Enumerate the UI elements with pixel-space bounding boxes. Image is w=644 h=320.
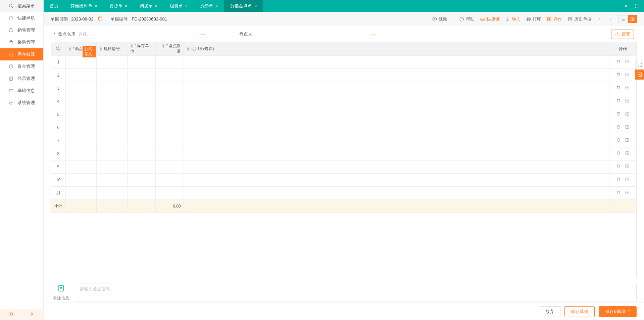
- calendar-icon[interactable]: [98, 16, 103, 22]
- history-action[interactable]: 历史单据: [567, 16, 592, 22]
- cell-avail[interactable]: [184, 160, 609, 173]
- delete-row-icon[interactable]: [616, 150, 621, 157]
- cell-avail[interactable]: [184, 134, 609, 147]
- cell-unit[interactable]: [127, 55, 155, 68]
- sidebar-item-search-menu[interactable]: 搜索菜单: [0, 0, 43, 12]
- cell-avail[interactable]: [184, 186, 609, 199]
- sidebar-item-purchase[interactable]: 采购管理: [0, 36, 43, 48]
- cell-goods[interactable]: [65, 121, 96, 134]
- cell-qty[interactable]: [155, 95, 184, 108]
- sidebar-item-base-info[interactable]: 基础信息: [0, 85, 43, 97]
- person-input[interactable]: [255, 32, 376, 37]
- tab-0[interactable]: 首页: [44, 0, 64, 12]
- cell-qty[interactable]: [155, 82, 184, 95]
- cell-avail[interactable]: [184, 173, 609, 186]
- cell-avail[interactable]: [184, 121, 609, 134]
- tab-5[interactable]: 拆卸单✕: [194, 0, 224, 12]
- table-row[interactable]: 3: [51, 82, 636, 95]
- sidebar-item-inventory[interactable]: 库存核算: [0, 48, 43, 60]
- cell-avail[interactable]: [184, 95, 609, 108]
- cell-goods[interactable]: [65, 147, 96, 160]
- col-header-goods[interactable]: ▲▼*商品扫码录入: [65, 42, 96, 55]
- cell-spec[interactable]: [96, 173, 127, 186]
- cell-avail[interactable]: [184, 108, 609, 121]
- table-row[interactable]: 9: [51, 160, 636, 173]
- delete-row-icon[interactable]: [616, 177, 621, 183]
- close-all-icon[interactable]: [623, 3, 629, 9]
- cell-avail[interactable]: [184, 68, 609, 82]
- warehouse-input[interactable]: [78, 32, 206, 37]
- add-row-icon[interactable]: [625, 177, 630, 183]
- cell-unit[interactable]: [127, 95, 155, 108]
- close-icon[interactable]: ✕: [94, 4, 97, 8]
- sidebar-item-sales[interactable]: 销售管理: [0, 24, 43, 36]
- notes-input[interactable]: [76, 283, 637, 302]
- import-action[interactable]: 导入: [505, 16, 521, 22]
- add-row-icon[interactable]: [625, 98, 630, 104]
- table-row[interactable]: 7: [51, 134, 636, 147]
- cell-spec[interactable]: [96, 186, 127, 199]
- help-action[interactable]: 帮助: [459, 16, 475, 22]
- cell-spec[interactable]: [96, 55, 127, 68]
- sidebar-item-quick-nav[interactable]: 快捷导航: [0, 12, 43, 24]
- table-row[interactable]: 5: [51, 108, 636, 121]
- column-settings-button[interactable]: 设置: [611, 30, 634, 39]
- cell-spec[interactable]: [96, 82, 127, 95]
- col-header-gear[interactable]: [51, 42, 65, 55]
- col-header-unit[interactable]: ▲▼*库存单位: [127, 42, 155, 55]
- col-header-avail[interactable]: ▲▼可用量(包装): [184, 42, 609, 55]
- warehouse-more-icon[interactable]: ···: [201, 32, 206, 37]
- delete-row-icon[interactable]: [616, 98, 621, 104]
- table-row[interactable]: 6: [51, 121, 636, 134]
- cell-qty[interactable]: [155, 55, 184, 68]
- cell-spec[interactable]: [96, 160, 127, 173]
- sidebar-item-operation[interactable]: 经营管理: [0, 73, 43, 85]
- cell-unit[interactable]: [127, 160, 155, 173]
- add-row-icon[interactable]: [625, 150, 630, 157]
- table-row[interactable]: 2: [51, 68, 636, 82]
- add-row-icon[interactable]: [625, 124, 630, 131]
- cell-goods[interactable]: [65, 68, 96, 82]
- close-icon[interactable]: ✕: [125, 4, 128, 8]
- cell-spec[interactable]: [96, 121, 127, 134]
- cell-avail[interactable]: [184, 55, 609, 68]
- view-list-icon[interactable]: [618, 15, 628, 23]
- tab-4[interactable]: 组装单✕: [164, 0, 194, 12]
- add-row-icon[interactable]: [625, 137, 630, 144]
- close-icon[interactable]: ✕: [215, 4, 218, 8]
- operate-action[interactable]: 操作: [547, 16, 562, 22]
- cell-spec[interactable]: [96, 95, 127, 108]
- cell-unit[interactable]: [127, 147, 155, 160]
- cell-spec[interactable]: [96, 68, 127, 82]
- collapse-icon[interactable]: [30, 311, 35, 318]
- table-row[interactable]: 8: [51, 147, 636, 160]
- delete-row-icon[interactable]: [616, 190, 621, 196]
- tab-2[interactable]: 要货单✕: [103, 0, 134, 12]
- fullscreen-icon[interactable]: [634, 3, 641, 9]
- cell-spec[interactable]: [96, 147, 127, 160]
- cell-goods[interactable]: [65, 134, 96, 147]
- delete-row-icon[interactable]: [616, 137, 621, 144]
- close-icon[interactable]: ✕: [254, 4, 257, 8]
- add-row-icon[interactable]: [625, 85, 630, 91]
- cell-qty[interactable]: [155, 186, 184, 199]
- delete-row-icon[interactable]: [616, 124, 621, 131]
- cell-unit[interactable]: [127, 82, 155, 95]
- add-row-icon[interactable]: [625, 190, 630, 196]
- cell-unit[interactable]: [127, 108, 155, 121]
- scan-entry-tag[interactable]: 扫码录入: [83, 46, 96, 57]
- sidebar-item-fund[interactable]: 资金管理: [0, 60, 43, 73]
- add-row-icon[interactable]: [625, 164, 630, 170]
- gear-icon[interactable]: [8, 311, 13, 318]
- table-row[interactable]: 1: [51, 55, 636, 68]
- cell-unit[interactable]: [127, 68, 155, 82]
- col-header-qty[interactable]: ▲▼*盘点数量: [155, 42, 184, 55]
- video-action[interactable]: 视频: [432, 16, 447, 22]
- shortcut-action[interactable]: 快捷键: [480, 16, 500, 22]
- close-icon[interactable]: ✕: [185, 4, 188, 8]
- float-expand-icon[interactable]: [635, 60, 644, 70]
- sidebar-item-system[interactable]: 系统管理: [0, 97, 43, 109]
- table-row[interactable]: 4: [51, 95, 636, 108]
- cell-qty[interactable]: [155, 108, 184, 121]
- tab-1[interactable]: 其他出库单✕: [64, 0, 103, 12]
